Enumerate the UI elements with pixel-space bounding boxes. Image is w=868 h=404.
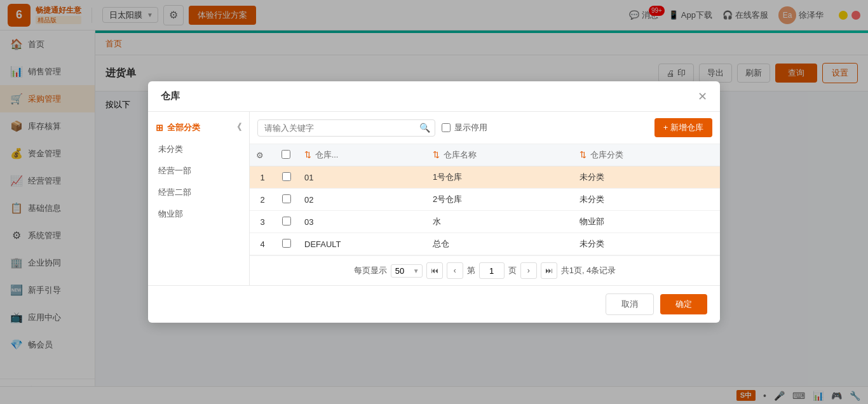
table-header-row: ⚙ ⇅ 仓库... ⇅ (250, 144, 720, 166)
category-all-label: 全部分类 (167, 122, 200, 133)
modal-pagination: 每页显示 50 10 20 100 ▼ ⏮ ‹ 第 页 (250, 255, 720, 285)
td-category-3: 物业部 (573, 211, 720, 233)
td-check-3[interactable] (275, 211, 298, 233)
row-checkbox-4[interactable] (282, 239, 291, 248)
collapse-button[interactable]: 《 (233, 122, 241, 133)
th-check (275, 144, 298, 166)
row-checkbox-2[interactable] (282, 194, 291, 203)
category-item-property[interactable]: 物业部 (148, 203, 249, 225)
td-check-4[interactable] (275, 233, 298, 255)
search-icon[interactable]: 🔍 (419, 123, 430, 133)
td-seq-2: 2 (250, 189, 275, 211)
th-gear: ⚙ (250, 144, 275, 166)
td-seq-3: 3 (250, 211, 275, 233)
td-category-1: 未分类 (573, 166, 720, 189)
name-sort-icon: ⇅ (433, 150, 440, 159)
table-body: 1 01 1号仓库 未分类 2 (250, 166, 720, 255)
page-label: 第 (467, 265, 475, 276)
table-header: ⚙ ⇅ 仓库... ⇅ (250, 144, 720, 166)
table-row[interactable]: 4 DEFAULT 总仓 未分类 (250, 233, 720, 255)
td-seq-4: 4 (250, 233, 275, 255)
td-check-2[interactable] (275, 189, 298, 211)
category-all-header[interactable]: ⊞ 全部分类 《 (148, 117, 249, 138)
warehouse-table: ⚙ ⇅ 仓库... ⇅ (250, 144, 720, 255)
grid-icon: ⊞ (156, 123, 163, 133)
th-name-label: 仓库名称 (444, 150, 477, 159)
category-item-dept1[interactable]: 经营一部 (148, 160, 249, 182)
per-page-select[interactable]: 50 10 20 100 (391, 264, 423, 278)
page-number-input[interactable] (479, 262, 505, 279)
td-code-3: 03 (298, 211, 426, 233)
prev-page-button[interactable]: ‹ (447, 262, 463, 279)
table-row[interactable]: 3 03 水 物业部 (250, 211, 720, 233)
td-check-1[interactable] (275, 166, 298, 189)
per-page-label: 每页显示 (354, 265, 387, 276)
td-code-1: 01 (298, 166, 426, 189)
warehouse-modal: 仓库 ✕ ⊞ 全部分类 《 未分类 经营一部 经营二部 物业部 (148, 81, 720, 323)
search-input-wrap: 🔍 (257, 119, 435, 137)
table-row[interactable]: 2 02 2号仓库 未分类 (250, 189, 720, 211)
td-seq-1: 1 (250, 166, 275, 189)
td-name-1: 1号仓库 (426, 166, 573, 189)
row-checkbox-3[interactable] (282, 217, 291, 226)
table-row[interactable]: 1 01 1号仓库 未分类 (250, 166, 720, 189)
warehouse-search-input[interactable] (257, 119, 435, 137)
add-warehouse-button[interactable]: + 新增仓库 (654, 118, 712, 137)
th-code: ⇅ 仓库... (298, 144, 426, 166)
per-page-select-wrap: 50 10 20 100 ▼ (391, 264, 423, 278)
td-code-4: DEFAULT (298, 233, 426, 255)
confirm-button[interactable]: 确定 (660, 294, 707, 314)
modal-overlay[interactable]: 仓库 ✕ ⊞ 全部分类 《 未分类 经营一部 经营二部 物业部 (0, 0, 868, 404)
modal-search-bar: 🔍 显示停用 + 新增仓库 (250, 112, 720, 144)
modal-header: 仓库 ✕ (148, 81, 720, 112)
modal-close-button[interactable]: ✕ (698, 91, 707, 102)
table-gear-icon[interactable]: ⚙ (256, 151, 264, 160)
table-scroll-area: ⚙ ⇅ 仓库... ⇅ (250, 144, 720, 255)
row-checkbox-1[interactable] (282, 172, 291, 181)
total-info: 共1页, 4条记录 (561, 265, 616, 276)
select-all-checkbox[interactable] (281, 150, 290, 159)
td-name-3: 水 (426, 211, 573, 233)
modal-footer: 取消 确定 (148, 285, 720, 323)
modal-title: 仓库 (161, 90, 180, 102)
show-disabled-checkbox[interactable] (442, 123, 451, 132)
modal-body: ⊞ 全部分类 《 未分类 经营一部 经营二部 物业部 🔍 (148, 112, 720, 285)
data-panel: 🔍 显示停用 + 新增仓库 ⚙ (250, 112, 720, 285)
first-page-button[interactable]: ⏮ (426, 262, 443, 279)
last-page-button[interactable]: ⏭ (541, 262, 557, 279)
td-name-4: 总仓 (426, 233, 573, 255)
category-item-dept2[interactable]: 经营二部 (148, 182, 249, 203)
category-sort-icon: ⇅ (580, 150, 587, 159)
td-category-4: 未分类 (573, 233, 720, 255)
page-unit: 页 (508, 265, 517, 276)
cancel-button[interactable]: 取消 (606, 293, 654, 315)
show-disabled-label[interactable]: 显示停用 (442, 122, 487, 133)
category-panel: ⊞ 全部分类 《 未分类 经营一部 经营二部 物业部 (148, 112, 250, 285)
code-sort-icon: ⇅ (304, 150, 311, 159)
category-item-uncategorized[interactable]: 未分类 (148, 138, 249, 160)
show-disabled-text: 显示停用 (454, 122, 487, 133)
td-code-2: 02 (298, 189, 426, 211)
next-page-button[interactable]: › (520, 262, 537, 279)
th-category: ⇅ 仓库分类 (573, 144, 720, 166)
th-category-label: 仓库分类 (590, 150, 623, 159)
td-name-2: 2号仓库 (426, 189, 573, 211)
td-category-2: 未分类 (573, 189, 720, 211)
th-name: ⇅ 仓库名称 (426, 144, 573, 166)
th-code-label: 仓库... (315, 150, 339, 159)
